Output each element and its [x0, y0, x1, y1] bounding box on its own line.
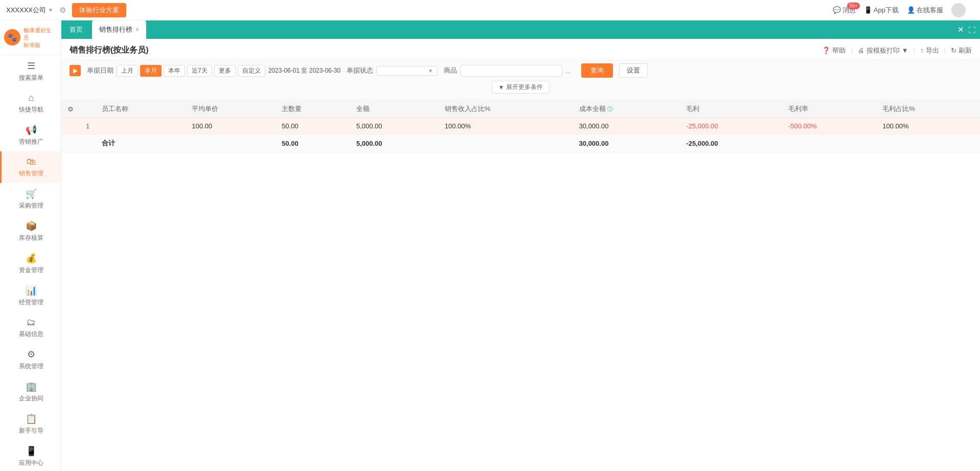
row-gross: -25,000.00 [680, 118, 782, 134]
date-btn-more[interactable]: 更多 [214, 65, 236, 77]
more-dots[interactable]: ... [565, 67, 571, 75]
export-icon: ↑ [920, 47, 924, 54]
online-service-button[interactable]: 👤 在线客服 [907, 6, 943, 15]
message-icon: 💬 [833, 6, 841, 14]
col-settings[interactable]: ⚙ [61, 100, 80, 118]
footer-gross: -25,000.00 [680, 134, 782, 152]
date-label: 单据日期 [87, 66, 113, 75]
sidebar-item-search-order[interactable]: ☰ 搜索菜单 [0, 55, 61, 87]
date-range: 2023-06-01 至 2023-06-30 [268, 66, 340, 75]
finance-icon: 💰 [26, 253, 37, 264]
operations-icon: 📊 [26, 285, 37, 296]
row-settings [61, 118, 80, 134]
app-icon: 📱 [864, 6, 872, 14]
sidebar-item-app-center[interactable]: 📱 应用中心 [0, 440, 61, 471]
row-sales-pct: 100.00% [439, 118, 573, 134]
sidebar-item-marketing[interactable]: 📢 营销推广 [0, 119, 61, 151]
refresh-icon: ↻ [951, 47, 956, 54]
table-container: ⚙ 员工名称 平均单价 主数量 全额 销售收入占比% 成本全额 ⓘ 毛利 毛利率… [61, 100, 980, 471]
col-sales-pct: 销售收入占比% [439, 100, 573, 118]
goods-input[interactable] [465, 67, 558, 75]
sidebar-item-basic-info[interactable]: 🗂 基础信息 [0, 312, 61, 344]
row-avg-price: 100.00 [186, 118, 276, 134]
expand-row: ▼ 展开更多条件 [70, 78, 972, 97]
topbar-gear-icon[interactable]: ⚙ [59, 6, 66, 15]
sidebar-item-purchase[interactable]: 🛒 采购管理 [0, 183, 61, 215]
inventory-icon: 📦 [26, 220, 37, 232]
purchase-icon: 🛒 [26, 188, 37, 199]
status-select[interactable]: ▼ [376, 66, 438, 76]
avatar[interactable] [951, 3, 966, 17]
app-download-button[interactable]: 📱 App下载 [864, 6, 899, 15]
sidebar-item-operations[interactable]: 📊 经营管理 [0, 280, 61, 312]
print-button[interactable]: 🖨 按模板打印 ▼ [858, 46, 908, 55]
date-btn-this-month[interactable]: 本月 [140, 65, 162, 77]
date-btn-last-month[interactable]: 上月 [117, 65, 138, 77]
sidebar-item-label: 经营管理 [19, 298, 43, 307]
row-total-amt: 5,000.00 [350, 118, 439, 134]
date-btn-custom[interactable]: 自定义 [238, 65, 265, 77]
sidebar-item-label: 企业协同 [19, 394, 43, 403]
filter-arrow-toggle[interactable]: ▶ [70, 65, 81, 76]
row-cost-amt: 30,000.00 [573, 118, 680, 134]
print-arrow-icon: ▼ [902, 47, 908, 54]
sidebar-item-label: 营销推广 [19, 138, 43, 146]
footer-rank [80, 134, 96, 152]
app-label: App下载 [874, 6, 899, 15]
sidebar-item-quick-nav[interactable]: ⌂ 快捷导航 [0, 87, 61, 119]
export-button[interactable]: ↑ 导出 [920, 46, 939, 55]
search-order-icon: ☰ [27, 60, 35, 72]
date-btn-this-year[interactable]: 本年 [164, 65, 185, 77]
col-avg-price: 平均单价 [186, 100, 276, 118]
sidebar-item-sales[interactable]: 🛍 销售管理 [0, 151, 61, 183]
sidebar-item-label: 基础信息 [19, 330, 43, 339]
tab-close-icon[interactable]: × [135, 26, 139, 33]
goods-label: 商品 [444, 66, 457, 75]
sidebar-item-system[interactable]: ⚙ 系统管理 [0, 344, 61, 376]
trial-button[interactable]: 体验行业方案 [72, 3, 126, 17]
footer-label: 合计 [96, 134, 186, 152]
col-rank [80, 100, 96, 118]
sidebar-item-label: 快捷导航 [19, 105, 43, 114]
help-button[interactable]: ❓ 帮助 [822, 46, 846, 55]
tab-expand-icon[interactable]: ⛶ [968, 26, 976, 34]
row-main-qty: 50.00 [276, 118, 350, 134]
page-title: 销售排行榜(按业务员) [70, 45, 149, 56]
refresh-button[interactable]: ↻ 刷新 [951, 46, 972, 55]
topbar-right: 💬 消息 99+ 📱 App下载 👤 在线客服 [833, 3, 974, 17]
message-button[interactable]: 💬 消息 99+ [833, 6, 856, 15]
filter-date-item: 单据日期 上月 本月 本年 近7天 更多 自定义 2023-06-01 至 20… [87, 65, 340, 77]
quick-nav-icon: ⌂ [29, 93, 34, 103]
page-header: 销售排行榜(按业务员) ❓ 帮助 | 🖨 按模板打印 ▼ | ↑ [61, 39, 980, 60]
page-actions: ❓ 帮助 | 🖨 按模板打印 ▼ | ↑ 导出 | [822, 46, 972, 55]
sidebar-item-enterprise-coop[interactable]: 🏢 企业协同 [0, 376, 61, 408]
tab-sales-ranking[interactable]: 销售排行榜 × [92, 20, 146, 39]
filter-goods-item: 商品 ... [444, 65, 571, 77]
row-employee [96, 118, 186, 134]
query-button[interactable]: 查询 [581, 63, 613, 78]
service-icon: 👤 [907, 6, 915, 14]
sidebar-item-label: 库存核算 [19, 234, 43, 242]
sidebar-item-finance[interactable]: 💰 资金管理 [0, 248, 61, 280]
footer-gross-pct [876, 134, 980, 152]
col-employee: 员工名称 [96, 100, 186, 118]
sidebar-item-label: 采购管理 [19, 201, 43, 210]
tab-bar-right: ✕ ⛶ [958, 25, 980, 34]
sidebar-item-beginner-guide[interactable]: 📋 新手引导 [0, 408, 61, 440]
table-header-row: ⚙ 员工名称 平均单价 主数量 全额 销售收入占比% 成本全额 ⓘ 毛利 毛利率… [61, 100, 980, 118]
sidebar-item-label: 新手引导 [19, 427, 43, 435]
sidebar-item-label: 搜索菜单 [19, 74, 43, 82]
date-btn-7days[interactable]: 近7天 [187, 65, 212, 77]
expand-more-button[interactable]: ▼ 展开更多条件 [492, 81, 550, 94]
tab-home[interactable]: 首页 [61, 20, 91, 39]
sidebar-item-inventory[interactable]: 📦 库存核算 [0, 215, 61, 248]
tab-close-window-icon[interactable]: ✕ [958, 25, 964, 34]
settings-button[interactable]: 设置 [619, 63, 648, 78]
col-gross-rate: 毛利率 [782, 100, 876, 118]
page-content: 销售排行榜(按业务员) ❓ 帮助 | 🖨 按模板打印 ▼ | ↑ [61, 39, 980, 471]
filter-row: ▶ 单据日期 上月 本月 本年 近7天 更多 自定义 2023-06-01 至 … [70, 63, 972, 78]
company-selector[interactable]: XXXXXX公司 ▼ [6, 6, 53, 15]
footer-gross-rate [782, 134, 876, 152]
row-gross-rate: -500.00% [782, 118, 876, 134]
sidebar: 🐾 畅康通好生意 标准版 ☰ 搜索菜单 ⌂ 快捷导航 📢 营销推广 🛍 销售管理… [0, 20, 61, 471]
